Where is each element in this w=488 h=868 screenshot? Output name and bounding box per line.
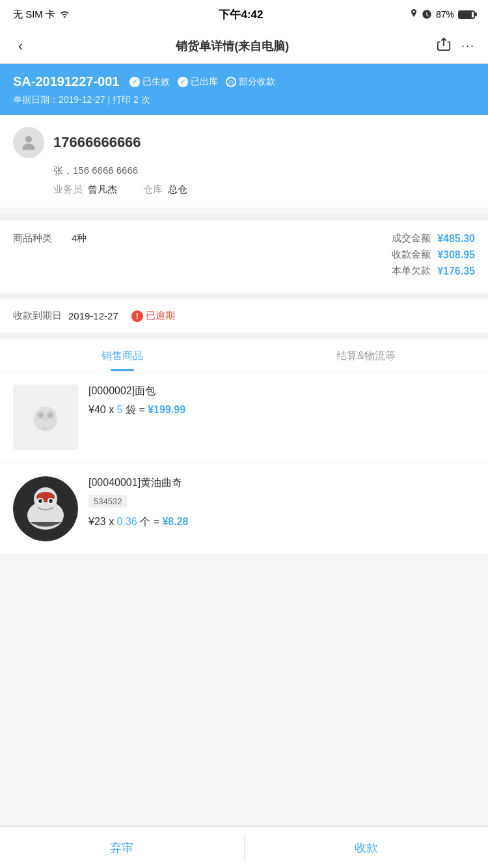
reject-button[interactable]: 弃审 [0,827,244,868]
product-name-1: [0000002]面包 [88,385,475,398]
status-time: 下午4:42 [219,7,263,22]
customer-section: 17666666666 张，156 6666 6666 业务员 曾凡杰 仓库 总… [0,115,488,208]
customer-name: 17666666666 [53,134,141,151]
nav-actions: ··· [437,37,475,55]
product-types-value: 4种 [72,232,87,245]
customer-avatar [13,127,44,158]
tabs-section: 销售商品 结算&物流等 品+ [0000002]面包 [0,339,488,555]
overdue-badge: ! 已逾期 [131,310,175,322]
tab-settlement[interactable]: 结算&物流等 [244,339,488,371]
product-thumb-1: 品+ [13,385,78,450]
status-effective: ✓ 已生效 [129,76,170,88]
tabs-row: 销售商品 结算&物流等 [0,339,488,372]
tab-sales-products[interactable]: 销售商品 [0,339,244,371]
check-icon-1: ✓ [129,77,140,87]
page-title: 销货单详情(来自电脑) [176,38,289,54]
svg-text:品+: 品+ [42,426,49,430]
overdue-icon: ! [131,310,143,322]
deal-amount-value: ¥485.30 [437,233,475,245]
warehouse-value: 总仓 [168,183,187,196]
svg-point-5 [48,413,52,417]
check-icon-2: ✓ [178,77,188,87]
location-icon [410,9,418,20]
divider-1 [0,214,488,221]
product-image-1: 品+ [26,398,65,437]
product-qty-2: 0.36 [117,516,137,527]
customer-info-row: 业务员 曾凡杰 仓库 总仓 [53,183,475,196]
warehouse-label: 仓库 [143,183,163,196]
status-bar: 无 SIM 卡 下午4:42 87% [0,0,488,29]
product-info-1: [0000002]面包 ¥40 x 5 袋 = ¥199.99 [88,385,475,417]
received-amount-label: 收款金额 [392,249,431,261]
alarm-icon [422,9,432,20]
product-name-2: [00040001]黄油曲奇 [88,476,475,490]
svg-point-0 [25,136,32,142]
status-left: 无 SIM 卡 [13,8,72,21]
order-id: SA-20191227-001 [13,74,119,89]
battery-icon [458,10,475,19]
product-types-label: 商品种类 [13,232,65,245]
svg-point-15 [49,499,53,503]
status-badges: ✓ 已生效 ✓ 已出库 ◷ 部分收款 [129,76,275,88]
bottom-bar: 弃审 收款 [0,826,488,868]
product-total-1: ¥199.99 [148,404,185,415]
back-button[interactable]: ‹ [13,33,28,60]
due-date-value: 2019-12-27 [68,310,118,321]
product-item-2: [00040001]黄油曲奇 534532 ¥23 x 0.36 个 = ¥8.… [0,463,488,555]
product-list: 品+ [0000002]面包 ¥40 x 5 袋 = ¥199.99 [0,372,488,555]
deal-amount-label: 成交金额 [392,232,431,245]
owed-amount-label: 本单欠款 [392,265,431,277]
share-button[interactable] [437,37,451,55]
due-date-section: 收款到期日 2019-12-27 ! 已逾期 [0,299,488,332]
svg-point-4 [39,413,43,417]
sales-label: 业务员 [53,183,83,196]
product-total-2: ¥8.28 [162,516,188,527]
product-item: 品+ [0000002]面包 ¥40 x 5 袋 = ¥199.99 [0,372,488,463]
svg-point-14 [38,499,42,503]
overdue-text: 已逾期 [146,310,175,322]
product-qty-1: 5 [117,404,123,415]
summary-section: 商品种类 4种 成交金额 ¥485.30 收款金额 ¥308.95 本单欠款 ¥… [0,221,488,293]
more-button[interactable]: ··· [461,39,475,53]
due-date-label: 收款到期日 [13,310,62,322]
battery-text: 87% [436,9,454,20]
product-info-2: [00040001]黄油曲奇 534532 ¥23 x 0.36 个 = ¥8.… [88,476,475,529]
order-meta: 单据日期：2019-12-27 | 打印 2 次 [13,94,475,106]
sales-value: 曾凡杰 [88,183,117,196]
status-shipped: ✓ 已出库 [178,76,218,88]
status-partial: ◷ 部分收款 [226,76,275,88]
carrier-text: 无 SIM 卡 [13,8,55,21]
product-price-2: ¥23 x 0.36 个 = ¥8.28 [88,515,475,529]
product-price-1: ¥40 x 5 袋 = ¥199.99 [88,403,475,417]
product-sku-2: 534532 [88,495,127,508]
product-image-2 [13,476,78,541]
owed-amount-value: ¥176.35 [437,265,475,277]
customer-sub: 张，156 6666 6666 [53,165,475,177]
collect-button[interactable]: 收款 [245,827,489,868]
nav-bar: ‹ 销货单详情(来自电脑) ··· [0,29,488,64]
wifi-icon [61,10,72,19]
product-thumb-2 [13,476,78,541]
status-right: 87% [410,9,475,20]
received-amount-value: ¥308.95 [437,249,475,261]
order-banner: SA-20191227-001 ✓ 已生效 ✓ 已出库 ◷ 部分收款 单据日期：… [0,64,488,115]
clock-icon: ◷ [226,77,236,87]
